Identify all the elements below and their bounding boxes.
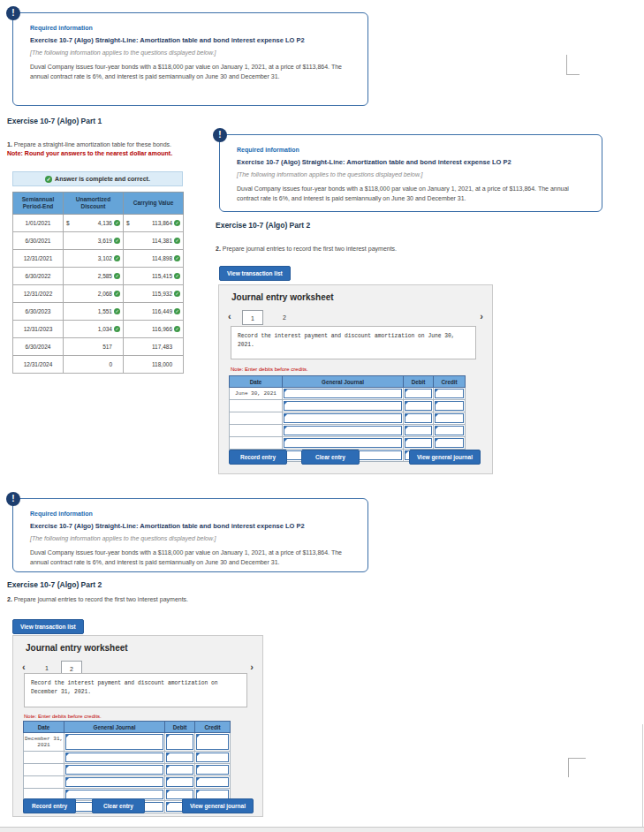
part2-instruction: 2. Prepare journal entries to record the… bbox=[7, 596, 188, 602]
check-icon: ✓ bbox=[114, 291, 120, 297]
view-general-journal-button[interactable]: View general journal bbox=[182, 798, 254, 813]
table-row: 6/30/2024517✓117,483✓ bbox=[13, 338, 184, 356]
table-row: 12/31/20231,034✓116,966✓ bbox=[13, 321, 184, 338]
tab-1[interactable]: 1 bbox=[242, 310, 263, 325]
journal-debit-input[interactable] bbox=[166, 777, 193, 787]
journal-journal-input[interactable] bbox=[284, 389, 402, 398]
period-cell: 12/31/2024 bbox=[13, 356, 64, 374]
required-info-label: Required information bbox=[30, 25, 353, 31]
crop-mark bbox=[566, 74, 580, 75]
exercise-title: Exercise 10-7 (Algo) Straight-Line: Amor… bbox=[30, 36, 353, 44]
discount-cell: 2,585✓ bbox=[64, 268, 124, 285]
record-entry-button[interactable]: Record entry bbox=[23, 798, 76, 813]
debits-note: Note: Enter debits before credits. bbox=[24, 714, 102, 719]
required-info-label: Required information bbox=[30, 511, 353, 517]
journal-journal-input[interactable] bbox=[284, 426, 402, 435]
tab-2[interactable]: 2 bbox=[274, 310, 295, 325]
next-tab-icon[interactable]: › bbox=[250, 662, 254, 672]
period-cell: 12/31/2023 bbox=[13, 321, 64, 338]
journal-credit-input[interactable] bbox=[435, 438, 464, 448]
journal-cell bbox=[434, 437, 466, 450]
journal-journal-input[interactable] bbox=[284, 438, 402, 448]
clear-entry-button[interactable]: Clear entry bbox=[92, 798, 145, 813]
instruction-text: Prepare journal entries to record the fi… bbox=[14, 596, 188, 602]
exercise-body: Duval Company issues four-year bonds wit… bbox=[30, 548, 353, 568]
check-icon: ✓ bbox=[114, 273, 120, 279]
journal-cell bbox=[434, 425, 466, 437]
instruction-text: Prepare journal entries to record the fi… bbox=[223, 246, 397, 252]
part2-heading: Exercise 10-7 (Algo) Part 2 bbox=[216, 221, 310, 230]
journal-journal-input[interactable] bbox=[65, 777, 163, 787]
journal-header-cell: Debit bbox=[165, 722, 195, 733]
clear-entry-button[interactable]: Clear entry bbox=[301, 450, 360, 465]
journal-cell bbox=[283, 388, 404, 400]
carrying-cell: 114,898✓ bbox=[124, 250, 184, 268]
next-tab-icon[interactable]: › bbox=[480, 311, 483, 321]
journal-row: December 31, 2021 bbox=[24, 733, 231, 752]
required-info-card: ! Required information Exercise 10-7 (Al… bbox=[12, 12, 368, 106]
journal-header-cell: Date bbox=[24, 722, 64, 733]
discount-cell: 1,551✓ bbox=[64, 303, 124, 321]
table-row: 12/31/20240✓118,000✓ bbox=[13, 356, 184, 374]
journal-row bbox=[230, 400, 466, 412]
journal-journal-input[interactable] bbox=[284, 413, 402, 423]
prev-tab-icon[interactable]: ‹ bbox=[22, 662, 26, 672]
footer-bar bbox=[0, 827, 644, 832]
journal-debit-input[interactable] bbox=[166, 734, 193, 750]
part1-heading: Exercise 10-7 (Algo) Part 1 bbox=[7, 117, 102, 125]
discount-cell: 2,068✓ bbox=[64, 285, 124, 303]
journal-debit-input[interactable] bbox=[166, 765, 193, 775]
journal-debit-input[interactable] bbox=[405, 389, 432, 398]
journal-debit-input[interactable] bbox=[405, 413, 432, 423]
carrying-cell: 115,932✓ bbox=[124, 285, 184, 303]
journal-debit-input[interactable] bbox=[166, 753, 193, 762]
period-cell: 12/31/2021 bbox=[13, 250, 64, 268]
view-transaction-list-button[interactable]: View transaction list bbox=[12, 619, 84, 634]
check-icon: ✓ bbox=[174, 308, 180, 314]
journal-header-cell: Credit bbox=[195, 722, 231, 733]
discount-cell: $4,136✓ bbox=[64, 215, 124, 232]
table-row: 6/30/20231,551✓116,449✓ bbox=[13, 303, 184, 321]
view-transaction-list-button[interactable]: View transaction list bbox=[219, 266, 291, 281]
answer-banner: ✓ Answer is complete and correct. bbox=[12, 171, 183, 186]
journal-credit-input[interactable] bbox=[196, 777, 229, 787]
applies-note: [The following information applies to th… bbox=[30, 49, 353, 56]
journal-header-cell: General Journal bbox=[283, 376, 404, 388]
journal-cell bbox=[404, 412, 434, 425]
journal-date-cell: December 31, 2021 bbox=[24, 733, 64, 752]
journal-cell bbox=[283, 437, 404, 450]
journal-journal-input[interactable] bbox=[284, 401, 402, 411]
journal-journal-input[interactable] bbox=[65, 765, 163, 775]
instruction-number: 2. bbox=[216, 246, 221, 252]
journal-cell bbox=[283, 400, 404, 412]
journal-date-cell bbox=[230, 400, 283, 412]
view-general-journal-button[interactable]: View general journal bbox=[409, 450, 481, 465]
prev-tab-icon[interactable]: ‹ bbox=[228, 311, 231, 321]
journal-credit-input[interactable] bbox=[196, 765, 229, 775]
page-edge-line bbox=[642, 724, 643, 827]
exercise-title: Exercise 10-7 (Algo) Straight-Line: Amor… bbox=[30, 522, 353, 530]
journal-date-cell bbox=[24, 752, 64, 764]
journal-credit-input[interactable] bbox=[435, 426, 464, 435]
check-icon: ✓ bbox=[114, 255, 120, 261]
journal-debit-input[interactable] bbox=[405, 426, 432, 435]
table-row: 6/30/20213,619✓114,381✓ bbox=[13, 232, 184, 250]
alert-icon: ! bbox=[213, 128, 227, 142]
part1-instruction: 1. Prepare a straight-line amortization … bbox=[7, 141, 171, 147]
journal-credit-input[interactable] bbox=[196, 753, 229, 762]
answer-banner-text: Answer is complete and correct. bbox=[55, 176, 150, 182]
journal-credit-input[interactable] bbox=[435, 413, 464, 423]
journal-date-cell bbox=[230, 412, 283, 425]
journal-credit-input[interactable] bbox=[435, 401, 464, 411]
journal-journal-input[interactable] bbox=[65, 734, 163, 750]
exercise-title: Exercise 10-7 (Algo) Straight-Line: Amor… bbox=[237, 158, 587, 166]
journal-journal-input[interactable] bbox=[65, 753, 163, 762]
discount-cell: 3,102✓ bbox=[64, 250, 124, 268]
crop-mark bbox=[568, 758, 569, 777]
journal-debit-input[interactable] bbox=[405, 401, 432, 411]
record-entry-button[interactable]: Record entry bbox=[229, 450, 287, 465]
journal-debit-input[interactable] bbox=[405, 438, 432, 448]
journal-credit-input[interactable] bbox=[435, 389, 464, 398]
journal-credit-input[interactable] bbox=[196, 734, 229, 750]
journal-cell bbox=[434, 400, 466, 412]
